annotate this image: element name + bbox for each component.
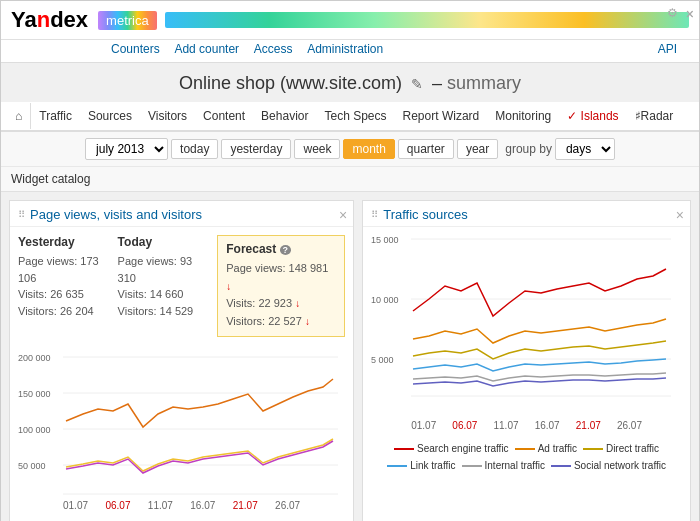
- nav-islands[interactable]: ✓ Islands: [559, 102, 626, 130]
- forecast-visits: Visits: 22 923 ↓: [226, 295, 336, 313]
- goals-close-icon[interactable]: ×: [686, 6, 694, 22]
- logo: Yandex: [11, 7, 88, 33]
- pageviews-widget: ⠿ Page views, visits and visitors × Yest…: [9, 200, 354, 521]
- legend-direct: Direct traffic: [583, 443, 659, 454]
- svg-text:5 000: 5 000: [371, 355, 394, 365]
- nav-traffic[interactable]: Traffic: [31, 102, 80, 130]
- pageviews-trend-icon: ↓: [226, 281, 231, 292]
- ts-x-label-6: 26.07: [617, 420, 642, 431]
- drag-handle-icon: ⠿: [18, 209, 24, 220]
- yesterday-stats: Yesterday Page views: 173 106 Visits: 26…: [18, 235, 110, 337]
- traffic-sources-title: Traffic sources: [383, 207, 468, 222]
- page-title-sub: summary: [447, 73, 521, 93]
- forecast-pageviews: Page views: 148 981 ↓: [226, 260, 336, 295]
- goals-settings-icon[interactable]: ⚙: [667, 6, 678, 20]
- nav-radar[interactable]: ♯Radar: [627, 102, 682, 130]
- pageviews-chart: 200 000 150 000 100 000 50 000: [18, 349, 343, 504]
- internal-legend-line: [462, 465, 482, 467]
- ts-x-label-1: 01.07: [411, 420, 436, 431]
- forecast-help-icon[interactable]: ?: [280, 245, 292, 255]
- nav-report-wizard[interactable]: Report Wizard: [395, 102, 488, 130]
- x-label-2: 06.07: [105, 500, 130, 511]
- date-month-button[interactable]: month: [343, 139, 394, 159]
- group-by-label: group by: [505, 142, 552, 156]
- nav-sources[interactable]: Sources: [80, 102, 140, 130]
- widget-catalog-label: Widget catalog: [11, 172, 90, 186]
- date-year-button[interactable]: year: [457, 139, 498, 159]
- link-legend-label: Link traffic: [410, 460, 455, 471]
- legend-search: Search engine traffic: [394, 443, 509, 454]
- today-visits: Visits: 14 660: [118, 286, 210, 303]
- nav-tech-specs[interactable]: Tech Specs: [316, 102, 394, 130]
- access-link[interactable]: Access: [254, 42, 293, 56]
- traffic-sources-close-icon[interactable]: ×: [676, 207, 684, 223]
- x-label-4: 16.07: [190, 500, 215, 511]
- nav-monitoring[interactable]: Monitoring: [487, 102, 559, 130]
- stats-summary: Yesterday Page views: 173 106 Visits: 26…: [10, 227, 353, 345]
- pageviews-close-icon[interactable]: ×: [339, 207, 347, 223]
- pageviews-chart-area: 200 000 150 000 100 000 50 000: [10, 345, 353, 519]
- counters-link[interactable]: Counters: [111, 42, 160, 56]
- page-title-main: Online shop (www.site.com): [179, 73, 402, 93]
- home-button[interactable]: ⌂: [7, 103, 31, 129]
- visits-trend-icon: ↓: [295, 298, 300, 309]
- nav-visitors[interactable]: Visitors: [140, 102, 195, 130]
- svg-text:100 000: 100 000: [18, 425, 51, 435]
- nav-behavior[interactable]: Behavior: [253, 102, 316, 130]
- visitors-link[interactable]: visitors: [162, 207, 202, 222]
- nav-content[interactable]: Content: [195, 102, 253, 130]
- internal-legend-label: Internal traffic: [485, 460, 545, 471]
- visits-link[interactable]: visits: [104, 207, 133, 222]
- ad-legend-label: Ad traffic: [538, 443, 577, 454]
- svg-text:15 000: 15 000: [371, 235, 399, 245]
- today-stats: Today Page views: 93 310 Visits: 14 660 …: [118, 235, 210, 337]
- ts-x-label-2: 06.07: [452, 420, 477, 431]
- date-week-button[interactable]: week: [294, 139, 340, 159]
- metrica-label[interactable]: metrica: [98, 11, 157, 30]
- api-link[interactable]: API: [658, 42, 677, 56]
- date-quarter-button[interactable]: quarter: [398, 139, 454, 159]
- metrica-bar: metrica: [98, 11, 689, 30]
- traffic-sources-link[interactable]: Traffic sources: [383, 207, 468, 222]
- svg-text:200 000: 200 000: [18, 353, 51, 363]
- top-navigation: Counters Add counter Access Administrati…: [1, 40, 699, 63]
- pageviews-widget-title: Page views, visits and visitors: [30, 207, 202, 222]
- pageviews-widget-header: ⠿ Page views, visits and visitors ×: [10, 201, 353, 227]
- legend-ad: Ad traffic: [515, 443, 577, 454]
- ts-x-label-5: 21.07: [576, 420, 601, 431]
- visitors-trend-icon: ↓: [305, 316, 310, 327]
- administration-link[interactable]: Administration: [307, 42, 383, 56]
- link-legend-line: [387, 465, 407, 467]
- date-today-button[interactable]: today: [171, 139, 218, 159]
- x-label-5: 21.07: [233, 500, 258, 511]
- yesterday-pageviews: Page views: 173 106: [18, 253, 110, 286]
- today-label: Today: [118, 235, 210, 249]
- search-legend-line: [394, 448, 414, 450]
- traffic-sources-legend: Search engine traffic Ad traffic Direct …: [363, 439, 690, 477]
- svg-text:150 000: 150 000: [18, 389, 51, 399]
- today-visitors: Visitors: 14 529: [118, 303, 210, 320]
- traffic-drag-handle-icon: ⠿: [371, 209, 377, 220]
- x-label-3: 11.07: [148, 500, 173, 511]
- forecast-visitors: Visitors: 22 527 ↓: [226, 313, 336, 331]
- svg-text:10 000: 10 000: [371, 295, 399, 305]
- legend-link: Link traffic: [387, 460, 455, 471]
- yesterday-visits: Visits: 26 635: [18, 286, 110, 303]
- main-navigation: ⌂ Traffic Sources Visitors Content Behav…: [1, 102, 699, 132]
- date-navigation: july 2013 today yesterday week month qua…: [1, 132, 699, 167]
- traffic-sources-chart-area: 15 000 10 000 5 000: [363, 227, 690, 439]
- date-period-dropdown[interactable]: july 2013: [85, 138, 168, 160]
- pageviews-link[interactable]: Page views: [30, 207, 96, 222]
- ad-legend-line: [515, 448, 535, 450]
- add-counter-link[interactable]: Add counter: [174, 42, 239, 56]
- group-by-dropdown[interactable]: days: [555, 138, 615, 160]
- date-yesterday-button[interactable]: yesterday: [221, 139, 291, 159]
- widget-catalog-bar: Widget catalog: [1, 167, 699, 192]
- today-pageviews: Page views: 93 310: [118, 253, 210, 286]
- content-area: ⠿ Page views, visits and visitors × Yest…: [1, 192, 699, 521]
- legend-internal: Internal traffic: [462, 460, 545, 471]
- search-legend-label: Search engine traffic: [417, 443, 509, 454]
- ts-x-label-4: 16.07: [535, 420, 560, 431]
- edit-icon[interactable]: ✎: [411, 76, 423, 92]
- yesterday-visitors: Visitors: 26 204: [18, 303, 110, 320]
